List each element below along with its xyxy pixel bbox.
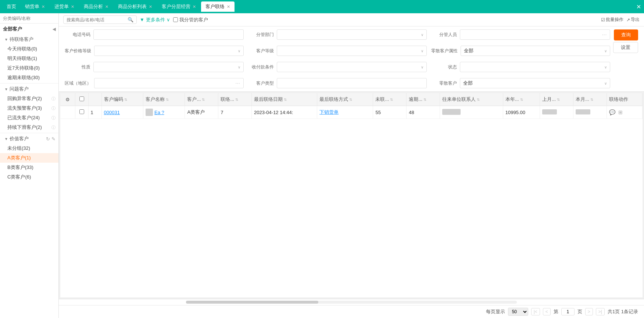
nav-tab-analysis-list[interactable]: 商品分析列表 ✕	[114, 1, 157, 12]
th-last-date[interactable]: 最后联络日期 ⇅	[252, 93, 317, 106]
nav-tab-customer-contact[interactable]: 客户联络 ✕	[201, 1, 235, 12]
filter-search-box[interactable]: 🔍	[63, 15, 137, 24]
filter-customer-type-input[interactable]	[277, 78, 427, 88]
sidebar-group-pending[interactable]: ▼ 待联络客户	[0, 35, 58, 44]
sidebar-item-class-a[interactable]: A类客户(1)	[0, 153, 58, 163]
close-icon[interactable]: ✕	[42, 4, 45, 9]
sidebar-search-input[interactable]	[3, 16, 58, 21]
filter-search-icon[interactable]: 🔍	[128, 17, 133, 22]
grid-icon[interactable]: ⊞	[618, 109, 623, 115]
nav-tab-sales[interactable]: 销货单 ✕	[21, 1, 49, 12]
refresh-icon[interactable]: ↻	[46, 136, 50, 142]
sidebar-all-customers[interactable]: 全部客户 ◀	[0, 24, 58, 35]
close-icon[interactable]: ✕	[105, 4, 108, 9]
last-page-button[interactable]: >|	[596, 308, 605, 315]
my-customers-check[interactable]	[173, 17, 178, 22]
sidebar-item-churned[interactable]: 已流失客户(24) ⓘ	[0, 113, 58, 123]
select-all-checkbox[interactable]	[79, 96, 84, 101]
page-input[interactable]	[561, 308, 575, 315]
export-button[interactable]: ↗ 导出	[626, 17, 640, 23]
th-uncontacted[interactable]: 未联... ⇅	[373, 93, 407, 106]
th-code[interactable]: 客户编码 ⇅	[101, 93, 143, 106]
nav-tab-customer-tier[interactable]: 客户分层经营 ✕	[157, 1, 200, 12]
customer-code-link[interactable]: 000031	[104, 110, 120, 115]
filter-more-button[interactable]: ▼ 更多条件 ∨	[140, 17, 170, 23]
sidebar-group-value[interactable]: ▼ 价值客户 ↻ ✎	[0, 134, 58, 144]
td-checkbox[interactable]	[75, 106, 88, 119]
close-icon[interactable]: ✕	[71, 4, 74, 9]
th-name[interactable]: 客户名称 ⇅	[143, 93, 185, 106]
batch-op-button[interactable]: ☑ 批量操作	[601, 17, 623, 23]
filter-customer-tier-select[interactable]: ∨	[277, 46, 427, 56]
nav-home[interactable]: 首页	[3, 3, 20, 10]
horizontal-scrollbar[interactable]	[186, 301, 517, 304]
horizontal-scrollbar-area	[59, 299, 644, 305]
scrollbar-thumb[interactable]	[186, 301, 318, 304]
chat-icon[interactable]: 💬	[609, 109, 615, 115]
my-customers-checkbox[interactable]: 我分管的客户	[173, 17, 208, 23]
th-checkbox[interactable]	[75, 93, 88, 106]
nav-tab-purchase[interactable]: 进货单 ✕	[50, 1, 79, 12]
chevron-down-icon: ∨	[421, 49, 423, 53]
filter-bar: 🔍 ▼ 更多条件 ∨ 我分管的客户 ☑ 批量操作 ↗ 导出	[59, 13, 644, 26]
sidebar-item-class-c[interactable]: C类客户(6)	[0, 172, 58, 182]
sidebar-item-churn-warning[interactable]: 流失预警客户(3) ⓘ	[0, 103, 58, 113]
sort-icon: ⇅	[166, 98, 169, 102]
filter-phone-input[interactable]	[93, 29, 244, 40]
filter-search-input[interactable]	[67, 17, 126, 22]
th-this-month[interactable]: 本月... ⇅	[573, 93, 607, 106]
customer-name-link[interactable]: Ea ?	[154, 110, 164, 115]
td-code[interactable]: 000031	[101, 106, 143, 119]
prev-page-button[interactable]: <	[543, 308, 551, 315]
close-icon[interactable]: ✕	[227, 4, 230, 9]
th-settings[interactable]: ⚙	[60, 93, 75, 106]
sidebar-item-declining[interactable]: 持续下滑客户(2) ⓘ	[0, 123, 58, 132]
sidebar-item-ungrouped[interactable]: 未分组(32)	[0, 144, 58, 153]
sidebar-group-problem[interactable]: ▼ 问题客户	[0, 84, 58, 94]
th-this-year[interactable]: 本年... ⇅	[503, 93, 540, 106]
last-method-link[interactable]: 下销货单	[319, 109, 339, 115]
filter-status-select[interactable]: ∨	[460, 62, 610, 72]
query-button[interactable]: 查询	[614, 29, 638, 40]
sidebar-divider	[0, 83, 58, 84]
row-checkbox[interactable]	[79, 109, 84, 114]
td-contact: 7	[218, 106, 252, 119]
filter-dept-select[interactable]: ∨	[277, 29, 427, 40]
sidebar-item-tomorrow[interactable]: 明天待联络(1)	[0, 54, 58, 63]
table-row: 1 000031 Ea ? A类客户 7 2023-04-12 14:	[60, 106, 643, 119]
th-type[interactable]: 客户... ⇅	[185, 93, 218, 106]
sidebar-item-week[interactable]: 近7天待联络(0)	[0, 63, 58, 73]
td-name[interactable]: Ea ?	[143, 106, 185, 119]
next-page-button[interactable]: >	[585, 308, 593, 315]
th-last-month[interactable]: 上月... ⇅	[540, 93, 573, 106]
sidebar-item-overdue[interactable]: 逾期未联络(30)	[0, 73, 58, 82]
close-icon[interactable]: ✕	[193, 4, 196, 9]
nav-tab-analysis[interactable]: 商品分析 ✕	[79, 1, 113, 12]
th-unit-contact[interactable]: 往来单位联系人 ⇅	[440, 93, 503, 106]
filter-manager-input[interactable]: ···	[460, 29, 610, 40]
settings-button[interactable]: 设置	[613, 42, 638, 53]
td-action[interactable]: 💬 ⊞	[607, 106, 642, 119]
window-close-icon[interactable]: ✕	[636, 3, 641, 10]
td-last-method[interactable]: 下销货单	[317, 106, 373, 119]
filter-payment-select[interactable]: ∨	[277, 62, 427, 72]
first-page-button[interactable]: |<	[531, 308, 540, 315]
filter-region-input[interactable]: ···	[94, 78, 244, 88]
sidebar-item-repurchase-abnormal[interactable]: 回购异常客户(2) ⓘ	[0, 94, 58, 103]
th-last-method[interactable]: 最后联络方式 ⇅	[317, 93, 373, 106]
sidebar-item-today[interactable]: 今天待联络(0)	[0, 44, 58, 54]
filter-payment-label: 收付款条件	[248, 64, 274, 70]
filter-price-tier-select[interactable]: ∨	[94, 46, 244, 56]
th-contact[interactable]: 联络... ⇅	[218, 93, 252, 106]
filter-nature-select[interactable]: ∨	[93, 62, 244, 72]
sort-icon: ⇅	[423, 98, 426, 102]
chevron-down-icon: ∨	[604, 81, 607, 85]
edit-icon[interactable]: ✎	[51, 136, 56, 142]
close-icon[interactable]: ✕	[149, 4, 152, 9]
filter-scatter-attr-select[interactable]: 全部 ∨	[461, 46, 610, 56]
total-label: 页	[577, 308, 582, 315]
filter-scatter-select[interactable]: 全部 ∨	[460, 78, 610, 88]
per-page-select[interactable]: 50 100 200	[508, 308, 528, 316]
sidebar-item-class-b[interactable]: B类客户(33)	[0, 163, 58, 172]
th-overdue[interactable]: 逾期... ⇅	[407, 93, 440, 106]
